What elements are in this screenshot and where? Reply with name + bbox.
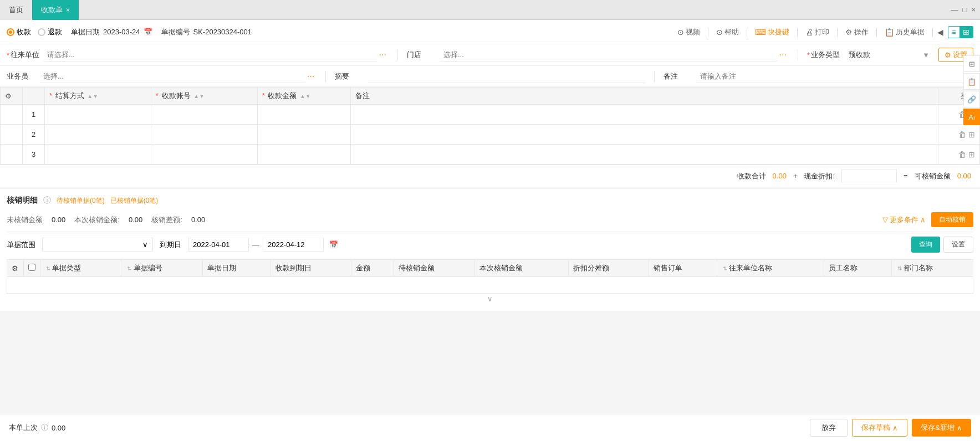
- receipt-table-wrapper: ⚙ * 结算方式 ▲▼ * 收款账号 ▲▼ * 收款金额 ▲▼: [0, 87, 980, 165]
- sort-doc-type[interactable]: ⇅: [46, 266, 50, 271]
- prev-arrow[interactable]: ◀: [937, 28, 943, 37]
- print-btn[interactable]: 🖨 打印: [802, 26, 833, 38]
- save-new-btn[interactable]: 保存&新增 ∧: [912, 419, 971, 437]
- video-btn[interactable]: ⊙ 视频: [674, 26, 703, 38]
- th-check: [24, 260, 40, 277]
- cell-amount-2[interactable]: [257, 125, 350, 145]
- table-icon: ⊞: [969, 60, 975, 68]
- biz-type-label: 业务类型: [811, 50, 844, 60]
- date-from-input[interactable]: [188, 238, 249, 252]
- abandon-btn[interactable]: 放弃: [810, 419, 848, 437]
- pending-link[interactable]: 待核销单据(0笔): [57, 196, 105, 206]
- range-dropdown-icon: ∨: [142, 240, 148, 249]
- staff-more-btn[interactable]: ···: [305, 71, 317, 81]
- th-gear-bottom[interactable]: ⚙: [7, 260, 24, 277]
- sort-doc-num[interactable]: ⇅: [127, 266, 131, 271]
- calendar-icon[interactable]: 📅: [144, 28, 152, 36]
- staff-input-wrapper[interactable]: [40, 70, 305, 83]
- sidebar-ai-btn[interactable]: Ai: [963, 109, 980, 125]
- gear-icon[interactable]: ⚙: [5, 92, 12, 100]
- summary-group: 摘要: [335, 70, 645, 83]
- info-icon[interactable]: ⓘ: [43, 196, 51, 206]
- gear-icon-bottom[interactable]: ⚙: [12, 264, 18, 273]
- radio-refund[interactable]: 退款: [38, 27, 62, 37]
- maximize-btn[interactable]: □: [963, 6, 967, 14]
- shortcut-btn[interactable]: ⌨ 快捷键: [752, 26, 793, 38]
- close-btn[interactable]: ×: [971, 6, 976, 14]
- cell-settlement-2[interactable]: [45, 125, 151, 145]
- tab-home[interactable]: 首页: [0, 0, 32, 20]
- save-draft-btn[interactable]: 保存草稿 ∧: [852, 419, 907, 437]
- verified-link[interactable]: 已核销单据(0笔): [110, 196, 159, 206]
- store-input-wrapper[interactable]: [440, 48, 777, 61]
- copy-row-2-btn[interactable]: ⊞: [968, 130, 975, 139]
- store-input[interactable]: [440, 48, 777, 61]
- total-label: 收款合计: [737, 171, 766, 181]
- history-btn[interactable]: 📋 历史单据: [881, 26, 928, 38]
- sidebar-link-icon[interactable]: 🔗: [963, 91, 980, 107]
- supplier-required: *: [7, 51, 9, 59]
- cell-settlement-3[interactable]: [45, 145, 151, 165]
- sort-dept[interactable]: ⇅: [897, 266, 902, 271]
- expand-row[interactable]: ∨: [7, 294, 973, 304]
- delete-row-3-btn[interactable]: 🗑: [958, 150, 966, 159]
- info-circle-icon: ⓘ: [41, 423, 48, 433]
- more-conditions-link[interactable]: ▽ 更多条件 ∧: [882, 215, 926, 225]
- settings-btn2[interactable]: 设置: [943, 237, 973, 253]
- cell-amount-3[interactable]: [257, 145, 350, 165]
- summary-input[interactable]: [368, 70, 645, 83]
- list-view-btn[interactable]: ≡: [948, 27, 959, 38]
- tab-close-icon[interactable]: ×: [66, 6, 70, 14]
- biz-type-dropdown[interactable]: ▼: [922, 51, 930, 59]
- tab-receipt[interactable]: 收款单 ×: [32, 0, 79, 20]
- grid-view-btn[interactable]: ⊞: [959, 27, 973, 38]
- sidebar-table-icon[interactable]: ⊞: [963, 55, 980, 72]
- due-date-field: 到期日 — 📅: [160, 238, 338, 252]
- cell-remark-2[interactable]: [350, 125, 938, 145]
- th-sales-order: 销售订单: [649, 260, 717, 277]
- help-btn[interactable]: ⊙ 帮助: [713, 26, 742, 38]
- operation-btn[interactable]: ⚙ 操作: [842, 26, 872, 38]
- auto-verify-btn[interactable]: 自动核销: [931, 212, 973, 227]
- filter-row: 单据范围 ∨ 到期日 — 📅 查询 设置: [7, 232, 973, 257]
- help-icon: ⊙: [716, 28, 723, 37]
- cell-account-2[interactable]: [151, 125, 257, 145]
- th-remark: 备注: [350, 88, 938, 105]
- discount-input[interactable]: [841, 170, 897, 182]
- supplier-input-wrapper[interactable]: [44, 48, 377, 61]
- query-btn[interactable]: 查询: [911, 237, 940, 253]
- sort-settlement[interactable]: ▲▼: [87, 94, 98, 99]
- store-group: 门店 ···: [407, 48, 789, 61]
- cell-settlement-1[interactable]: [45, 105, 151, 125]
- dropdown-arrow-draft[interactable]: ∧: [892, 424, 898, 432]
- sidebar-clipboard-icon[interactable]: 📋: [963, 73, 980, 90]
- cell-amount-1[interactable]: [257, 105, 350, 125]
- calendar-icon-2[interactable]: 📅: [329, 240, 338, 249]
- select-all-checkbox[interactable]: [28, 264, 35, 271]
- sort-partner[interactable]: ⇅: [723, 266, 727, 271]
- delete-row-2-btn[interactable]: 🗑: [958, 130, 966, 139]
- cell-remark-1[interactable]: [350, 105, 938, 125]
- row-num-3: 3: [23, 145, 45, 165]
- cell-account-3[interactable]: [151, 145, 257, 165]
- staff-input[interactable]: [40, 70, 305, 83]
- sort-amount[interactable]: ▲▼: [300, 94, 311, 99]
- supplier-group: * 往来单位 ···: [7, 48, 389, 61]
- supplier-input[interactable]: [44, 48, 377, 61]
- remark-input[interactable]: [697, 70, 973, 83]
- cell-remark-3[interactable]: [350, 145, 938, 165]
- summary-label: 摘要: [335, 71, 368, 81]
- store-more-btn[interactable]: ···: [777, 50, 789, 60]
- date-to-input[interactable]: [263, 238, 324, 252]
- cell-account-1[interactable]: [151, 105, 257, 125]
- minimize-btn[interactable]: —: [951, 6, 958, 14]
- sort-account[interactable]: ▲▼: [193, 94, 205, 99]
- dropdown-arrow-new[interactable]: ∧: [957, 424, 962, 432]
- discount-label: 现金折扣:: [804, 171, 835, 181]
- radio-receipt[interactable]: 收款: [7, 27, 31, 37]
- th-gear[interactable]: ⚙: [1, 88, 23, 105]
- range-select[interactable]: ∨: [42, 238, 153, 252]
- biz-type-value: 预收款: [844, 50, 922, 60]
- supplier-more-btn[interactable]: ···: [377, 50, 389, 60]
- copy-row-3-btn[interactable]: ⊞: [968, 150, 975, 159]
